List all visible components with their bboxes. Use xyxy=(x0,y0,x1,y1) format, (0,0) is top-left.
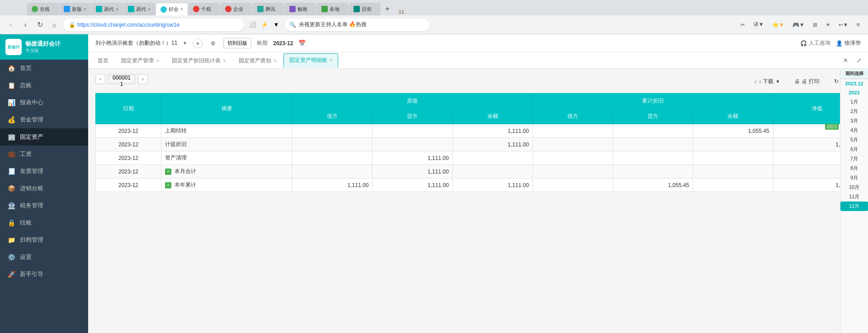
tab-fixed-cat-close[interactable]: × xyxy=(274,58,277,63)
expand-button[interactable]: ⤢ xyxy=(854,55,864,66)
browser-tab-geshui[interactable]: 个税 xyxy=(189,3,220,15)
game-icon[interactable]: 🎮▼ xyxy=(790,21,807,29)
cut-icon[interactable]: ✂ xyxy=(738,21,748,29)
print-label: 🖨 打印 xyxy=(802,78,819,85)
tab-add-button[interactable]: + xyxy=(381,3,394,15)
browser-tab-muqian[interactable]: 目前 xyxy=(349,3,381,15)
tab-fixed-mgmt[interactable]: 固定资产管理 × xyxy=(115,53,165,68)
sidebar-item-ledger[interactable]: 📋 总账 xyxy=(0,77,88,94)
tab-close-icon[interactable]: × xyxy=(180,7,183,12)
add-account-button[interactable]: + xyxy=(193,38,203,48)
tab-close-icon[interactable]: × xyxy=(116,7,118,12)
cell-accum-balance xyxy=(693,151,773,165)
grid-icon[interactable]: ⊞ xyxy=(810,21,820,29)
sun-icon[interactable]: ☀ xyxy=(823,21,833,29)
period-month-7[interactable]: 7月 xyxy=(840,154,861,164)
browser-tab-tencent[interactable]: 腾讯 xyxy=(253,3,284,15)
reload-button[interactable]: ↻ xyxy=(34,19,45,30)
tab-home[interactable]: 首页 xyxy=(92,53,114,68)
closing-icon: 🔒 xyxy=(7,219,15,227)
period-month-10[interactable]: 10月 xyxy=(840,183,861,192)
calendar-icon[interactable]: 📅 xyxy=(298,40,306,47)
tab-fixed-mgmt-close[interactable]: × xyxy=(156,58,159,63)
sidebar-item-funds[interactable]: 💰 资金管理 xyxy=(0,111,88,128)
period-month-12[interactable]: 12月 xyxy=(840,202,861,211)
sidebar-item-guide[interactable]: 🚀 新手引导 xyxy=(0,266,88,283)
browser-tab-haohui[interactable]: 好会 × xyxy=(156,3,188,15)
dropdown-arrow-icon[interactable]: ▼ xyxy=(183,41,187,46)
cell-orig-balance xyxy=(453,165,533,178)
menu-icon[interactable]: ≡ xyxy=(854,20,863,29)
sidebar-item-tax[interactable]: 🏦 税务管理 xyxy=(0,197,88,214)
browser-tab-yidai2[interactable]: 易代 × xyxy=(123,3,155,15)
sidebar-item-closing[interactable]: 🔒 结账 xyxy=(0,214,88,231)
star-ext-icon[interactable]: ⭐▼ xyxy=(769,21,787,29)
browser-tab-new[interactable]: 新版 × xyxy=(59,3,91,15)
sidebar-item-invoice[interactable]: 🧾 发票管理 xyxy=(0,163,88,180)
period-month-5[interactable]: 5月 xyxy=(840,135,861,145)
user-menu[interactable]: 👤 徐泽华 xyxy=(836,39,861,47)
settings-small-button[interactable]: ⚙ xyxy=(208,38,218,48)
sidebar-item-home[interactable]: 🏠 首页 xyxy=(0,60,88,77)
period-month-6[interactable]: 6月 xyxy=(840,145,861,154)
browser-tab-yidai1[interactable]: 易代 × xyxy=(91,3,123,15)
tab-bar: 在线 新版 × 易代 × 易代 × 好会 × 个税 企业 xyxy=(0,0,868,15)
service-button[interactable]: 🎧 人工咨询 xyxy=(800,39,830,47)
cell-orig-debit xyxy=(292,151,373,165)
download-dropdown-icon[interactable]: ▼ xyxy=(775,79,780,84)
fixed-assets-table: 日期 摘要 原值 累计折旧 净值 借方 贷方 余额 借方 xyxy=(95,93,861,192)
prev-page-button[interactable]: ‹ xyxy=(95,74,105,84)
period-month-3[interactable]: 3月 xyxy=(840,116,861,126)
salary-icon: 💼 xyxy=(7,150,15,158)
sidebar-item-fixed[interactable]: 🏢 固定资产 xyxy=(0,128,88,145)
browser-tab-gedi[interactable]: 各地 xyxy=(317,3,349,15)
forward-button[interactable]: › xyxy=(20,19,31,30)
favicon-haohui xyxy=(160,6,167,13)
tab-fixed-depreciation[interactable]: 固定资产折旧统计表 × xyxy=(166,53,232,68)
sidebar-item-inventory[interactable]: 📦 进销台账 xyxy=(0,180,88,197)
switch-version-button[interactable]: 切到旧版 xyxy=(223,38,251,48)
sidebar-label-ledger: 总账 xyxy=(20,81,32,89)
tab-fixed-ledger[interactable]: 固定资产明细账 × xyxy=(283,53,339,68)
next-page-button[interactable]: › xyxy=(138,74,148,84)
download-label: ↓ 下载 xyxy=(759,78,774,85)
browser-tab-chang[interactable]: 畅推 xyxy=(285,3,316,15)
period-month-11[interactable]: 11月 xyxy=(840,192,861,202)
sidebar-item-salary[interactable]: 💼 工资 xyxy=(0,145,88,163)
ext-dropdown-icon[interactable]: ▼ xyxy=(271,20,281,30)
tab-label: 目前 xyxy=(362,6,372,13)
close-panel-button[interactable]: ✕ xyxy=(840,55,851,66)
home-button[interactable]: ⌂ xyxy=(49,19,60,30)
sidebar-item-settings[interactable]: ⚙️ 设置 xyxy=(0,249,88,266)
address-input[interactable]: 🔒 https://cloud.chanjet.com/accounting/u… xyxy=(63,19,244,31)
tab-fixed-dep-close[interactable]: × xyxy=(223,58,226,63)
tab-fixed-category[interactable]: 固定资产类别 × xyxy=(233,53,283,68)
back-button[interactable]: ‹ xyxy=(5,19,16,30)
browser-tab-qiye[interactable]: 企业 xyxy=(221,3,252,15)
ledger-icon: 📋 xyxy=(7,81,15,89)
translate-icon[interactable]: 译▼ xyxy=(750,20,767,29)
header-original-value: 原值 xyxy=(292,94,533,109)
period-month-4[interactable]: 4月 xyxy=(840,126,861,135)
sidebar-label-inventory: 进销台账 xyxy=(20,184,43,192)
browser-tab-online[interactable]: 在线 xyxy=(27,3,59,15)
page-number-input[interactable]: 000001 1 xyxy=(108,74,135,84)
ext-bolt-icon[interactable]: ⚡ xyxy=(259,20,269,30)
sidebar-item-reports[interactable]: 📊 报表中心 xyxy=(0,94,88,111)
period-year-2023[interactable]: 2023 xyxy=(840,93,861,97)
period-month-1[interactable]: 1月 xyxy=(840,97,861,107)
cell-orig-debit xyxy=(292,138,373,151)
tab-close-icon[interactable]: × xyxy=(84,7,86,12)
ext-icon[interactable]: ⬜ xyxy=(248,20,258,30)
tab-close-icon[interactable]: × xyxy=(148,7,151,12)
print-button[interactable]: 🖨 🖨 打印 xyxy=(791,76,823,87)
period-month-9[interactable]: 9月 xyxy=(840,173,861,183)
download-button[interactable]: ↓ ↓ 下载 ▼ xyxy=(750,76,783,87)
undo-icon[interactable]: ↩▼ xyxy=(836,21,851,29)
period-month-2[interactable]: 2月 xyxy=(840,107,861,116)
cell-orig-balance: 1,111.00 xyxy=(453,178,533,192)
period-month-8[interactable]: 8月 xyxy=(840,164,861,173)
cell-orig-debit xyxy=(292,165,373,178)
sidebar-item-archive[interactable]: 📁 归档管理 xyxy=(0,231,88,249)
tab-fixed-ledger-close[interactable]: × xyxy=(330,58,333,63)
